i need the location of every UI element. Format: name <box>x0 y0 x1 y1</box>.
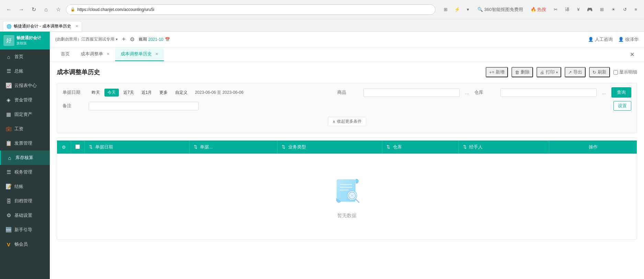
sidebar-item-invoice[interactable]: 📋 发票管理 <box>0 136 50 150</box>
empty-state-text: 暂无数据 <box>337 213 357 219</box>
sidebar-item-tax[interactable]: ☰ 税务管理 <box>0 165 50 179</box>
query-button[interactable]: 查询 <box>611 87 631 98</box>
col-checkbox-header[interactable] <box>71 141 84 154</box>
app-logo[interactable]: 好 畅捷通好会计 旗舰版 <box>0 32 50 49</box>
sidebar-item-fixed-assets[interactable]: ▦ 固定资产 <box>0 107 50 122</box>
collapse-button[interactable]: ∧ 收起更多条件 <box>328 117 366 126</box>
tab-title: 畅捷通好会计 - 成本调整单历史 <box>14 23 71 29</box>
tab-close-icon[interactable]: ✕ <box>75 24 78 29</box>
delete-button[interactable]: 🗑 删除 <box>511 67 533 77</box>
sidebar-item-label: 工资 <box>14 126 23 132</box>
data-table: ⚙ ⇅ 单据日期 ⇅ 单据... <box>57 141 637 239</box>
display-cols-checkbox[interactable] <box>613 70 618 75</box>
display-cols-toggle[interactable]: 显示明细 <box>613 69 637 75</box>
sidebar-item-reports[interactable]: 📈 云报表中心 <box>0 78 50 93</box>
tab-bar-close-all[interactable]: ✕ <box>626 51 639 58</box>
sidebar-item-member[interactable]: V 畅会员 <box>0 237 50 252</box>
service-label: 人工咨询 <box>595 36 613 43</box>
add-company-button[interactable]: + <box>122 36 126 43</box>
settings-outline-button[interactable]: 设置 <box>613 101 631 111</box>
browser-tool-apps[interactable]: ⊞ <box>441 5 450 13</box>
undo-tool[interactable]: ↺ <box>620 5 630 13</box>
sidebar-item-guide[interactable]: 🆕 新手引导 <box>0 223 50 237</box>
url-text: https://cloud.chanjet.com/accounting/uru… <box>77 7 154 12</box>
svg-line-6 <box>355 199 359 202</box>
left-nav: 好 畅捷通好会计 旗舰版 ⌂ 首页 ☰ 总账 📈 云报表中心 ◈ 资金管理 ▦ … <box>0 32 50 279</box>
sidebar-item-archive[interactable]: 🗄 归档管理 <box>0 194 50 208</box>
forward-button[interactable]: → <box>16 5 26 14</box>
sidebar-item-home[interactable]: ⌂ 首页 <box>0 49 50 64</box>
bookmark-button[interactable]: ☆ <box>54 5 63 14</box>
refresh-button[interactable]: ↻ <box>29 5 38 14</box>
browser-tab-bar: 🌐 畅捷通好会计 - 成本调整单历史 ✕ <box>0 19 644 32</box>
refresh-button[interactable]: ↻ 刷新 <box>589 67 610 77</box>
date-7days-btn[interactable]: 近7天 <box>120 89 137 97</box>
user-avatar-button[interactable]: 👤 徐泽华 <box>618 36 639 43</box>
new-button[interactable]: + + 新增 <box>486 67 508 77</box>
date-more-btn[interactable]: 更多 <box>156 89 171 97</box>
tab-home[interactable]: 首页 <box>55 47 75 61</box>
address-bar[interactable]: 🔒 https://cloud.chanjet.com/accounting/u… <box>66 4 436 15</box>
col-warehouse-header[interactable]: ⇅ 仓库 <box>382 141 459 154</box>
period-selector[interactable]: 账期 2021-10 📅 <box>139 36 170 42</box>
warehouse-more-btn[interactable]: ... <box>602 90 606 95</box>
close-all-icon[interactable]: ✕ <box>626 51 639 58</box>
date-custom-btn[interactable]: 自定义 <box>172 89 191 97</box>
scissors-tool[interactable]: ✂ <box>551 5 560 13</box>
home-button[interactable]: ⌂ <box>41 5 51 14</box>
settings-gear-icon[interactable]: ⚙ <box>130 36 135 43</box>
col-date-header[interactable]: ⇅ 单据日期 <box>84 141 189 154</box>
browser-chrome: ← → ↻ ⌂ ☆ 🔒 https://cloud.chanjet.com/ac… <box>0 0 644 19</box>
browser-tool-lightning[interactable]: ⚡ <box>452 5 463 13</box>
sidebar-item-label: 基础设置 <box>14 212 32 219</box>
col-settings-header[interactable]: ⚙ <box>57 141 71 154</box>
col-number-header[interactable]: ⇅ 单据... <box>189 141 278 154</box>
tab-cost-adjust-history[interactable]: 成本调整单历史 ✕ <box>115 47 164 61</box>
translate-tool[interactable]: 译 <box>562 5 572 14</box>
sidebar-item-payroll[interactable]: 💼 工资 <box>0 122 50 136</box>
browser-page-tab[interactable]: 🌐 畅捷通好会计 - 成本调整单历史 ✕ <box>3 21 82 31</box>
sidebar-item-label: 税务管理 <box>14 169 32 175</box>
goods-more-btn[interactable]: ... <box>465 90 469 95</box>
sidebar-item-funds[interactable]: ◈ 资金管理 <box>0 93 50 107</box>
wallet-tool[interactable]: ¥ <box>574 5 582 13</box>
sun-tool[interactable]: ☀ <box>609 5 618 13</box>
sidebar-item-label: 新手引导 <box>14 227 32 233</box>
game-tool[interactable]: 🎮 <box>584 5 595 13</box>
sidebar-item-ledger[interactable]: ☰ 总账 <box>0 64 50 78</box>
print-dropdown[interactable]: 🖨 打印 ▾ <box>536 67 561 77</box>
filter-row-remark: 备注 设置 <box>63 101 631 111</box>
tab-cost-adjust[interactable]: 成本调整单 ✕ <box>75 47 115 61</box>
hot-search-button[interactable]: 🔥 热搜 <box>528 5 549 14</box>
goods-input[interactable] <box>363 88 460 97</box>
col-date-sort-icon: ⇅ <box>89 144 93 149</box>
back-button[interactable]: ← <box>4 5 14 14</box>
logo-icon: 好 <box>3 35 14 46</box>
customer-service-button[interactable]: 👤 人工咨询 <box>588 36 613 43</box>
export-button[interactable]: ↗ 导出 <box>565 67 586 77</box>
print-button[interactable]: 🖨 打印 ▾ <box>536 67 561 77</box>
remark-input[interactable] <box>89 102 199 110</box>
menu-tool[interactable]: ≡ <box>632 5 640 13</box>
inventory-icon: ⌂ <box>7 155 13 161</box>
goods-label: 商品 <box>337 89 358 96</box>
warehouse-input[interactable] <box>500 88 597 97</box>
date-yesterday-btn[interactable]: 昨天 <box>89 89 103 97</box>
col-operator-header[interactable]: ⇅ 经手人 <box>459 141 549 154</box>
goods-filter: 商品 ... 仓库 ... 查询 <box>337 87 631 98</box>
search-360-button[interactable]: 🔍 360智能抠图免费用 <box>475 5 526 14</box>
sidebar-item-closing[interactable]: 📝 结账 <box>0 179 50 194</box>
sidebar-item-inventory[interactable]: ⌂ 库存核算 <box>0 150 50 165</box>
sidebar-item-settings[interactable]: ⚙ 基础设置 <box>0 208 50 223</box>
col-biztype-header[interactable]: ⇅ 业务类型 <box>278 141 382 154</box>
company-selector[interactable]: (勿删勿禁用）江西服宝测试专用 ▾ <box>55 36 118 42</box>
page-title-bar: 成本调整单历史 + + 新增 🗑 删除 🖨 打印 ▾ <box>57 67 637 77</box>
tab-cost-adjust-history-close[interactable]: ✕ <box>155 52 158 56</box>
reports-icon: 📈 <box>5 82 12 89</box>
date-today-btn[interactable]: 今天 <box>104 89 119 97</box>
date-1month-btn[interactable]: 近1月 <box>138 89 155 97</box>
grid-tool[interactable]: ⊞ <box>597 5 607 13</box>
browser-tool-dropdown[interactable]: ▾ <box>464 5 472 13</box>
select-all-checkbox[interactable] <box>75 144 80 149</box>
tab-cost-adjust-close[interactable]: ✕ <box>106 52 110 56</box>
